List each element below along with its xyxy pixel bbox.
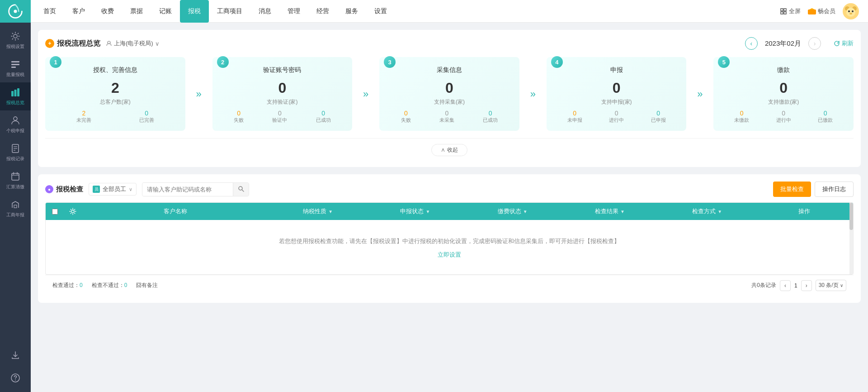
batch-tax-icon bbox=[10, 59, 21, 70]
step-num-4: 4 bbox=[551, 56, 563, 68]
setup-link[interactable]: 立即设置 bbox=[438, 251, 461, 259]
step-detail-5-1[interactable]: 0 进行中 bbox=[776, 110, 791, 124]
fullscreen-button[interactable]: 全屏 bbox=[780, 7, 801, 15]
empty-message: 若您想使用报税检查功能，请先在【报税设置】中进行报税的初始化设置，完成密码验证和… bbox=[279, 235, 620, 247]
flow-steps: 1 授权、完善信息 2 总客户数(家) 2 未完善 0 已完善 bbox=[45, 57, 854, 131]
sidebar-item-business-annual[interactable]: 工商年报 bbox=[0, 195, 31, 223]
top-navigation: 首页 客户 收费 票据 记账 报税 工商项目 消息 管理 经营 服务 设置 全屏… bbox=[0, 0, 868, 23]
step-detail-2-2[interactable]: 0 已成功 bbox=[316, 110, 331, 124]
footer-stats: 检查通过：0 检查不通过：0 bbox=[52, 282, 127, 289]
select-all-checkbox[interactable] bbox=[52, 209, 58, 215]
check-header-right: 批量检查 操作日志 bbox=[773, 182, 854, 197]
user-avatar[interactable] bbox=[843, 3, 859, 19]
step-detail-3-1[interactable]: 0 未采集 bbox=[439, 110, 454, 124]
step-detail-2-1[interactable]: 0 验证中 bbox=[272, 110, 287, 124]
nav-service[interactable]: 服务 bbox=[337, 0, 366, 23]
step-detail-4-1[interactable]: 0 进行中 bbox=[609, 110, 624, 124]
th-gear[interactable] bbox=[64, 203, 82, 220]
employee-filter[interactable]: 员 全部员工 ∨ bbox=[89, 183, 137, 196]
th-checkbox[interactable] bbox=[46, 203, 64, 220]
filter-icon-check-method: ▼ bbox=[717, 209, 722, 214]
collapse-button[interactable]: ∧ 收起 bbox=[431, 144, 467, 156]
next-month-button[interactable]: › bbox=[808, 37, 821, 50]
refresh-button[interactable]: 刷新 bbox=[834, 39, 854, 48]
nav-operation[interactable]: 经营 bbox=[308, 0, 337, 23]
nav-home[interactable]: 首页 bbox=[35, 0, 64, 23]
refresh-icon bbox=[834, 40, 840, 47]
first-page-button[interactable]: ‹ bbox=[780, 280, 791, 291]
step-title-3: 采集信息 bbox=[387, 66, 512, 74]
logo bbox=[0, 0, 31, 23]
nav-tax[interactable]: 报税 bbox=[180, 0, 209, 23]
sidebar-item-batch-tax[interactable]: 批量报税 bbox=[0, 54, 31, 82]
th-check-result[interactable]: 检查结果 ▼ bbox=[561, 203, 658, 220]
sidebar-download-icon[interactable] bbox=[0, 347, 31, 364]
nav-accounting[interactable]: 记账 bbox=[151, 0, 180, 23]
step-detail-3-2[interactable]: 0 已成功 bbox=[483, 110, 498, 124]
step-detail-1-1[interactable]: 0 已完善 bbox=[139, 110, 154, 124]
svg-rect-1 bbox=[781, 9, 783, 11]
svg-point-14 bbox=[14, 34, 17, 38]
arrow-2-3: » bbox=[352, 57, 379, 131]
operation-log-button[interactable]: 操作日志 bbox=[815, 182, 854, 197]
nav-settings[interactable]: 设置 bbox=[366, 0, 395, 23]
svg-point-36 bbox=[71, 210, 74, 213]
step-total-2: 支持验证(家) bbox=[220, 98, 345, 106]
next-page-button[interactable]: › bbox=[801, 280, 812, 291]
vip-button[interactable]: 畅会员 bbox=[808, 7, 835, 15]
step-detail-5-0[interactable]: 0 未缴款 bbox=[734, 110, 749, 124]
nav-ticket[interactable]: 票据 bbox=[122, 0, 151, 23]
step-details-1: 2 未完善 0 已完善 bbox=[52, 110, 178, 124]
tax-record-icon bbox=[10, 143, 21, 154]
search-button[interactable] bbox=[233, 183, 249, 196]
step-title-5: 缴款 bbox=[721, 66, 846, 74]
th-tax-nature[interactable]: 纳税性质 ▼ bbox=[269, 203, 367, 220]
flow-title-icon: + bbox=[45, 39, 54, 48]
check-pass-label: 检查通过：0 bbox=[52, 282, 83, 289]
nav-message[interactable]: 消息 bbox=[250, 0, 279, 23]
filter-icon-check-result: ▼ bbox=[620, 209, 625, 214]
flow-card-header: + 报税流程总览 上海(电子税局) ∨ ‹ 2023年02月 › 刷新 bbox=[45, 37, 854, 50]
step-detail-2-0[interactable]: 0 失败 bbox=[234, 110, 244, 124]
step-title-4: 申报 bbox=[554, 66, 679, 74]
month-navigation: ‹ 2023年02月 › bbox=[745, 37, 821, 50]
step-detail-4-0[interactable]: 0 未申报 bbox=[567, 110, 582, 124]
step-details-3: 0 失败 0 未采集 0 已成功 bbox=[387, 110, 512, 124]
step-total-1: 总客户数(家) bbox=[52, 98, 178, 106]
step-count-3: 0 bbox=[387, 80, 512, 96]
sidebar-item-personal-tax[interactable]: 个税申报 bbox=[0, 110, 31, 139]
svg-marker-6 bbox=[809, 8, 815, 10]
nav-customer[interactable]: 客户 bbox=[64, 0, 93, 23]
sidebar-item-annual-settlement[interactable]: 汇算清缴 bbox=[0, 167, 31, 195]
nav-manage[interactable]: 管理 bbox=[279, 0, 308, 23]
filter-icon-pay-status: ▼ bbox=[523, 209, 528, 214]
batch-check-button[interactable]: 批量检查 bbox=[773, 182, 811, 197]
org-selector[interactable]: 上海(电子税局) ∨ bbox=[106, 39, 160, 48]
sidebar-item-tax-overview[interactable]: 报税总览 bbox=[0, 82, 31, 110]
prev-month-button[interactable]: ‹ bbox=[745, 37, 758, 50]
search-input[interactable] bbox=[142, 183, 233, 196]
svg-point-32 bbox=[15, 380, 16, 381]
scrollbar-thumb[interactable] bbox=[849, 203, 853, 230]
step-detail-3-0[interactable]: 0 失败 bbox=[401, 110, 411, 124]
sidebar-item-tax-settings[interactable]: 报税设置 bbox=[0, 26, 31, 54]
svg-rect-26 bbox=[12, 173, 19, 180]
step-details-2: 0 失败 0 验证中 0 已成功 bbox=[220, 110, 345, 124]
tax-check-table: 客户名称 纳税性质 ▼ 申报状态 ▼ 缴费状态 ▼ 检查 bbox=[45, 202, 854, 275]
search-icon bbox=[238, 186, 244, 192]
step-detail-1-0[interactable]: 2 未完善 bbox=[76, 110, 91, 124]
sidebar-item-tax-record[interactable]: 报税记录 bbox=[0, 139, 31, 167]
step-detail-5-2[interactable]: 0 已缴款 bbox=[818, 110, 833, 124]
nav-business[interactable]: 工商项目 bbox=[209, 0, 250, 23]
th-check-method[interactable]: 检查方式 ▼ bbox=[659, 203, 756, 220]
th-declare-status[interactable]: 申报状态 ▼ bbox=[367, 203, 464, 220]
svg-point-13 bbox=[849, 13, 852, 14]
step-detail-4-2[interactable]: 0 已申报 bbox=[651, 110, 666, 124]
sidebar-help-icon[interactable] bbox=[0, 369, 31, 387]
tax-overview-icon bbox=[10, 87, 21, 98]
nav-fee[interactable]: 收费 bbox=[93, 0, 122, 23]
th-pay-status[interactable]: 缴费状态 ▼ bbox=[464, 203, 561, 220]
svg-rect-30 bbox=[14, 205, 17, 208]
total-records: 共0条记录 bbox=[751, 282, 776, 289]
per-page-selector[interactable]: 30 条/页 ∨ bbox=[816, 280, 846, 291]
